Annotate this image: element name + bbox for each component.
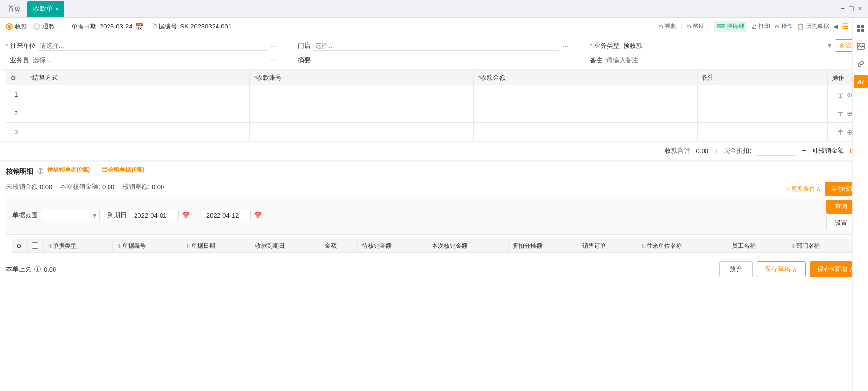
- partner-more-icon[interactable]: ···: [269, 42, 278, 50]
- maximize-button[interactable]: □: [849, 4, 854, 13]
- remark-field: 备注: [590, 56, 862, 65]
- verified-tab[interactable]: 已核销单据(0笔): [102, 166, 144, 174]
- tab-close-icon[interactable]: ×: [55, 6, 58, 12]
- tab-receipts[interactable]: 收款单 ×: [27, 1, 64, 17]
- row-3-account[interactable]: [250, 123, 474, 141]
- sidebar-table-icon[interactable]: [854, 22, 868, 35]
- tab-home[interactable]: 首页: [2, 1, 27, 17]
- bottom-info: 本单上欠 ⓘ 0.00: [6, 265, 56, 274]
- history-button[interactable]: 📋 历史单据: [797, 22, 829, 30]
- row-2-amount[interactable]: [474, 104, 698, 123]
- keyboard-icon: ⌨: [717, 23, 725, 30]
- business-type-label: 业务类型: [590, 41, 620, 50]
- receipt-radio-label: 收款: [15, 22, 27, 31]
- sidebar-ai-icon[interactable]: Ai: [854, 75, 868, 88]
- remark-input[interactable]: [604, 56, 862, 65]
- row-1-copy-icon[interactable]: ⊕: [847, 91, 853, 99]
- filter-buttons: 查询 设置: [826, 200, 856, 230]
- calendar-icon[interactable]: 📅: [136, 23, 144, 30]
- print-button[interactable]: 🖨 打印: [751, 22, 770, 30]
- total-label: 收款合计: [665, 146, 690, 155]
- bottom-col-due-date: 收款到期日: [251, 239, 321, 253]
- info-icon[interactable]: ⓘ: [37, 168, 43, 176]
- discount-input[interactable]: [757, 146, 796, 156]
- prev-arrow[interactable]: ◀: [833, 23, 838, 30]
- minimize-button[interactable]: −: [841, 4, 845, 13]
- filter-settings-button[interactable]: 设置: [826, 216, 856, 230]
- row-2-remark[interactable]: [698, 104, 828, 123]
- row-2-delete-icon[interactable]: 🗑: [837, 110, 844, 117]
- refund-radio[interactable]: 退款: [33, 22, 55, 31]
- video-button[interactable]: ⊙ 视频: [658, 22, 677, 30]
- verify-amount-label: 可核销金额: [812, 146, 844, 155]
- table-row: 2 🗑 ⊕: [6, 104, 862, 123]
- row-3-delete-icon[interactable]: 🗑: [837, 128, 844, 136]
- query-button[interactable]: 查询: [826, 200, 856, 214]
- partner-input[interactable]: [38, 41, 267, 51]
- receipt-type-group: 收款 退款: [6, 22, 55, 31]
- row-1-amount[interactable]: [474, 85, 698, 104]
- row-1-delete-icon[interactable]: 🗑: [837, 91, 844, 99]
- close-button[interactable]: ×: [858, 4, 862, 13]
- staff-more-icon[interactable]: ···: [269, 56, 278, 64]
- row-3-copy-icon[interactable]: ⊕: [847, 128, 853, 136]
- row-2-settle[interactable]: [26, 104, 250, 123]
- filter-icon: ▽: [786, 185, 790, 192]
- row-2-account[interactable]: [250, 104, 474, 123]
- save-draft-chevron: ∧: [792, 266, 797, 273]
- shop-more-icon[interactable]: ···: [561, 42, 570, 50]
- row-1-account[interactable]: [250, 85, 474, 104]
- history-icon: 📋: [797, 23, 804, 30]
- bottom-col-staff: 员工名称: [728, 239, 787, 253]
- row-2-copy-icon[interactable]: ⊕: [847, 110, 853, 117]
- summary-label: 摘要: [298, 56, 311, 65]
- sidebar-image-icon[interactable]: [854, 39, 868, 53]
- bottom-settings-icon[interactable]: ⚙: [16, 243, 22, 250]
- sidebar-link-icon[interactable]: [854, 57, 868, 71]
- tab-list: 首页 收款单 ×: [2, 1, 64, 17]
- business-type-chevron[interactable]: ▼: [826, 42, 833, 49]
- partner-label: 往来单位: [6, 41, 36, 50]
- shortcut-button[interactable]: ⌨ 快捷键: [714, 21, 747, 32]
- calendar-start-icon[interactable]: 📅: [182, 212, 190, 219]
- receipts-table: ⚙ *结算方式 *收款账号 *收款金额 备注 操作: [6, 70, 862, 141]
- pending-tab[interactable]: 待核销单据(0笔): [47, 166, 90, 174]
- tab-home-label: 首页: [8, 4, 21, 13]
- info-circle-icon[interactable]: ⓘ: [34, 265, 41, 274]
- partner-field: 往来单位 ···: [6, 41, 278, 51]
- table-settings-icon[interactable]: ⚙: [10, 74, 16, 82]
- row-3-remark[interactable]: [698, 123, 828, 141]
- row-1-remark[interactable]: [698, 85, 828, 104]
- row-2-index: 2: [6, 104, 26, 123]
- row-1-settle[interactable]: [26, 85, 250, 104]
- right-sidebar: Ai: [852, 18, 868, 391]
- summary-row: 收款合计 0.00 + 现金折扣: = 可核销金额 0.00: [0, 141, 868, 160]
- number-label: 单据编号: [152, 22, 177, 31]
- date-end-input[interactable]: [202, 210, 251, 221]
- abandon-button[interactable]: 放弃: [719, 261, 753, 277]
- tab-receipts-label: 收款单: [33, 4, 53, 13]
- select-all-checkbox[interactable]: [32, 242, 38, 249]
- staff-input[interactable]: [31, 56, 267, 65]
- window-controls: − □ ×: [841, 4, 866, 13]
- bottom-col-current: 本次核销金额: [428, 239, 508, 253]
- summary-input[interactable]: [313, 56, 570, 65]
- remark-label: 备注: [590, 56, 602, 65]
- date-start-input[interactable]: [130, 210, 179, 221]
- section-title: 核销明细 ⓘ 待核销单据(0笔) 已核销单据(0笔): [6, 166, 862, 178]
- save-draft-button[interactable]: 保存草稿 ∧: [757, 261, 806, 277]
- row-3-amount[interactable]: [474, 123, 698, 141]
- calendar-end-icon[interactable]: 📅: [254, 212, 262, 219]
- row-3-settle[interactable]: [26, 123, 250, 141]
- receipt-radio[interactable]: 收款: [6, 22, 27, 31]
- shop-input[interactable]: [313, 41, 559, 51]
- help-button[interactable]: ⊙ 帮助: [686, 22, 705, 30]
- range-select[interactable]: [41, 210, 100, 221]
- main-container: 收款 退款 单据日期 2023-03-24 📅 单据编号 SK-20230324…: [0, 18, 868, 391]
- layout-icon-1[interactable]: ☰: [842, 22, 849, 31]
- range-filter: 单据范围 ▼: [12, 210, 100, 221]
- operation-button[interactable]: ⚙ 操作: [774, 22, 793, 30]
- range-label: 单据范围: [12, 211, 38, 220]
- divider-1: [63, 22, 63, 31]
- more-conditions-button[interactable]: ▽ 更多条件 ∧: [786, 185, 821, 193]
